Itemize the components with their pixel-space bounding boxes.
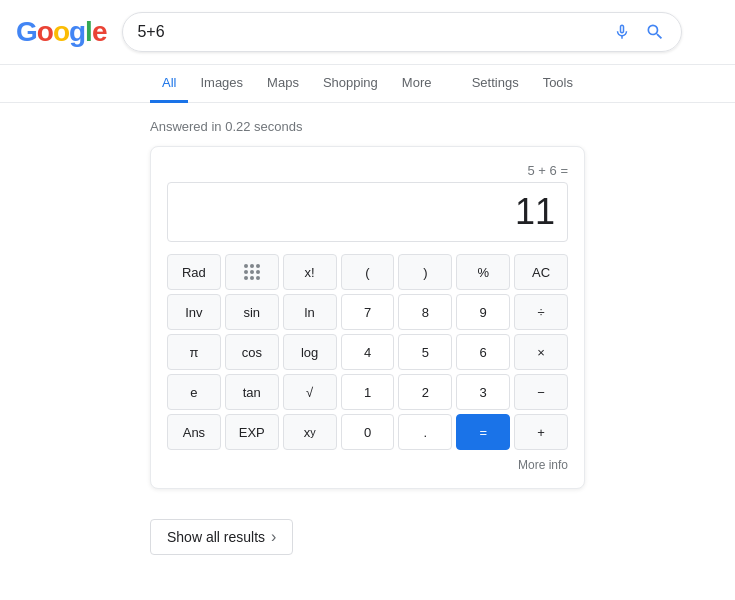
search-icons — [611, 19, 667, 45]
calc-btn-0[interactable]: 0 — [341, 414, 395, 450]
tab-tools[interactable]: Tools — [531, 65, 585, 103]
calc-btn-2[interactable]: 2 — [398, 374, 452, 410]
microphone-icon — [613, 21, 631, 43]
calc-btn-factorial[interactable]: x! — [283, 254, 337, 290]
logo-letter-l: l — [85, 16, 92, 47]
search-bar — [122, 12, 682, 52]
calc-btn-ln[interactable]: ln — [283, 294, 337, 330]
show-results-label: Show all results — [167, 529, 265, 545]
show-results-area: Show all results › — [150, 519, 585, 555]
logo-letter-o1: o — [37, 16, 53, 47]
show-results-button[interactable]: Show all results › — [150, 519, 293, 555]
calc-btn-percent[interactable]: % — [456, 254, 510, 290]
calc-buttons: Rad x! ( ) % AC Inv sin ln 7 8 9 ÷ π — [167, 254, 568, 450]
google-logo: Google — [16, 16, 106, 48]
answered-time: Answered in 0.22 seconds — [150, 119, 585, 134]
calc-btn-close-paren[interactable]: ) — [398, 254, 452, 290]
calc-btn-5[interactable]: 5 — [398, 334, 452, 370]
calc-btn-exp[interactable]: EXP — [225, 414, 279, 450]
calc-expression: 5 + 6 = — [167, 163, 568, 178]
more-info-link[interactable]: More info — [167, 458, 568, 472]
calc-btn-grid[interactable] — [225, 254, 279, 290]
calc-btn-tan[interactable]: tan — [225, 374, 279, 410]
calc-btn-4[interactable]: 4 — [341, 334, 395, 370]
calc-btn-8[interactable]: 8 — [398, 294, 452, 330]
calc-btn-plus[interactable]: + — [514, 414, 568, 450]
calc-btn-6[interactable]: 6 — [456, 334, 510, 370]
search-icon — [645, 22, 665, 42]
calc-btn-sqrt[interactable]: √ — [283, 374, 337, 410]
calc-btn-equals[interactable]: = — [456, 414, 510, 450]
calc-btn-7[interactable]: 7 — [341, 294, 395, 330]
logo-letter-g: G — [16, 16, 37, 47]
calc-btn-multiply[interactable]: × — [514, 334, 568, 370]
tab-more[interactable]: More — [390, 65, 444, 103]
tab-settings[interactable]: Settings — [460, 65, 531, 103]
microphone-button[interactable] — [611, 19, 633, 45]
calculator-card: 5 + 6 = 11 Rad x! ( ) % AC Inv sin ln 7 … — [150, 146, 585, 489]
calc-btn-ans[interactable]: Ans — [167, 414, 221, 450]
logo-letter-g2: g — [69, 16, 85, 47]
logo-letter-e: e — [92, 16, 107, 47]
calc-btn-e[interactable]: e — [167, 374, 221, 410]
tab-all[interactable]: All — [150, 65, 188, 103]
logo-letter-o2: o — [53, 16, 69, 47]
calc-btn-1[interactable]: 1 — [341, 374, 395, 410]
calc-btn-minus[interactable]: − — [514, 374, 568, 410]
calc-btn-rad[interactable]: Rad — [167, 254, 221, 290]
grid-dots-icon — [244, 264, 260, 280]
chevron-right-icon: › — [271, 528, 276, 546]
calc-btn-cos[interactable]: cos — [225, 334, 279, 370]
calc-btn-pi[interactable]: π — [167, 334, 221, 370]
calc-btn-sin[interactable]: sin — [225, 294, 279, 330]
calc-btn-inv[interactable]: Inv — [167, 294, 221, 330]
search-input[interactable] — [137, 23, 603, 41]
nav-tabs: All Images Maps Shopping More Settings T… — [0, 65, 735, 103]
tab-maps[interactable]: Maps — [255, 65, 311, 103]
content-area: Answered in 0.22 seconds 5 + 6 = 11 Rad … — [0, 103, 735, 571]
calc-btn-log[interactable]: log — [283, 334, 337, 370]
search-button[interactable] — [643, 20, 667, 44]
tab-shopping[interactable]: Shopping — [311, 65, 390, 103]
calc-btn-9[interactable]: 9 — [456, 294, 510, 330]
tab-images[interactable]: Images — [188, 65, 255, 103]
header: Google — [0, 0, 735, 65]
calc-btn-divide[interactable]: ÷ — [514, 294, 568, 330]
nav-right: Settings Tools — [460, 65, 585, 102]
calc-display: 11 — [167, 182, 568, 242]
calc-btn-3[interactable]: 3 — [456, 374, 510, 410]
calc-btn-open-paren[interactable]: ( — [341, 254, 395, 290]
calc-btn-dot[interactable]: . — [398, 414, 452, 450]
calc-btn-ac[interactable]: AC — [514, 254, 568, 290]
calc-btn-power[interactable]: xy — [283, 414, 337, 450]
